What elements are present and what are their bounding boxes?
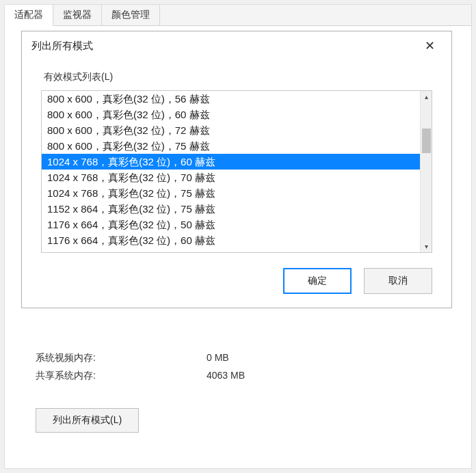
- scroll-down-icon[interactable]: ▾: [421, 241, 432, 252]
- ok-button[interactable]: 确定: [283, 268, 352, 294]
- close-icon[interactable]: ✕: [417, 38, 442, 53]
- tab-adapter[interactable]: 适配器: [5, 5, 53, 26]
- mode-option[interactable]: 1024 x 768，真彩色(32 位)，70 赫兹: [42, 170, 420, 185]
- scrollbar[interactable]: ▴ ▾: [420, 91, 432, 252]
- mode-option[interactable]: 1024 x 768，真彩色(32 位)，75 赫兹: [42, 185, 420, 201]
- tab-color-management[interactable]: 颜色管理: [102, 5, 160, 25]
- mode-option[interactable]: 800 x 600，真彩色(32 位)，56 赫兹: [42, 91, 420, 107]
- mode-option[interactable]: 1176 x 664，真彩色(32 位)，60 赫兹: [42, 232, 420, 248]
- mode-option[interactable]: 1152 x 864，真彩色(32 位)，75 赫兹: [42, 201, 420, 217]
- mode-option[interactable]: 1176 x 664，真彩色(32 位)，50 赫兹: [42, 217, 420, 232]
- scroll-track[interactable]: [421, 103, 432, 241]
- mode-option[interactable]: 1024 x 768，真彩色(32 位)，60 赫兹: [42, 154, 420, 170]
- list-all-modes-button[interactable]: 列出所有模式(L): [36, 408, 139, 433]
- sys-video-mem-label: 系统视频内存:: [36, 352, 207, 364]
- modes-listbox[interactable]: 800 x 600，真彩色(32 位)，56 赫兹800 x 600，真彩色(3…: [41, 90, 432, 253]
- dialog-title: 列出所有模式: [31, 40, 93, 53]
- modes-list-label: 有效模式列表(L): [44, 71, 432, 83]
- tab-monitor[interactable]: 监视器: [53, 5, 102, 25]
- shared-sys-mem-value: 4063 MB: [207, 370, 245, 382]
- mode-option[interactable]: 800 x 600，真彩色(32 位)，72 赫兹: [42, 122, 420, 138]
- properties-panel: 适配器 监视器 颜色管理 系统视频内存: 0 MB 共享系统内存: 4063 M…: [4, 4, 472, 469]
- mode-option[interactable]: 800 x 600，真彩色(32 位)，60 赫兹: [42, 107, 420, 122]
- list-all-modes-dialog: 列出所有模式 ✕ 有效模式列表(L) 800 x 600，真彩色(32 位)，5…: [21, 31, 452, 308]
- dialog-titlebar: 列出所有模式 ✕: [22, 31, 451, 60]
- shared-sys-mem-label: 共享系统内存:: [36, 370, 207, 382]
- cancel-button[interactable]: 取消: [364, 268, 432, 294]
- mode-option[interactable]: 800 x 600，真彩色(32 位)，75 赫兹: [42, 138, 420, 154]
- adapter-info: 系统视频内存: 0 MB 共享系统内存: 4063 MB 列出所有模式(L): [36, 347, 446, 433]
- tab-strip: 适配器 监视器 颜色管理: [5, 5, 471, 26]
- sys-video-mem-value: 0 MB: [207, 352, 229, 364]
- scroll-thumb[interactable]: [422, 129, 431, 153]
- scroll-up-icon[interactable]: ▴: [421, 91, 432, 103]
